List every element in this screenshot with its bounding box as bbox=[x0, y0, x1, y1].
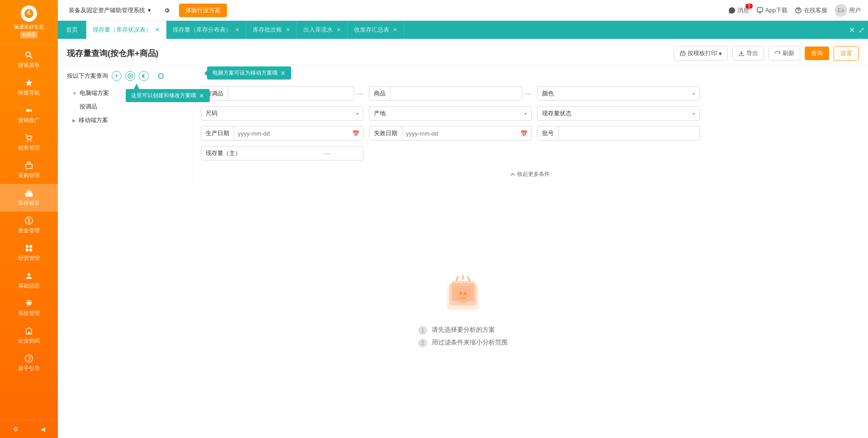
logo-icon bbox=[21, 5, 37, 22]
messages-btn[interactable]: 消息 9 bbox=[728, 6, 749, 14]
svg-point-6 bbox=[30, 140, 32, 141]
goods-field[interactable]: 商品 bbox=[369, 86, 522, 101]
filter-back-btn[interactable] bbox=[139, 71, 149, 81]
scheme-item-mobile[interactable]: ▶ 移动端方案 bbox=[67, 113, 193, 127]
warehouse-more-btn[interactable]: ··· bbox=[357, 89, 363, 99]
goods-input[interactable] bbox=[391, 90, 522, 97]
export-label: 导出 bbox=[746, 49, 758, 57]
size-select[interactable]: 尺码 ▾ bbox=[201, 106, 363, 121]
tab-batch-account[interactable]: 库存批次账 ✕ bbox=[246, 21, 297, 39]
online-support-btn[interactable]: 在线客服 bbox=[795, 6, 827, 14]
tooltip2-close[interactable]: ✕ bbox=[199, 92, 204, 99]
filter-row-3: 生产日期 📅 失效日期 📅 批号 bbox=[201, 126, 859, 141]
tab-inventory-dist[interactable]: 现存量（库存分布表） ✕ bbox=[166, 21, 246, 39]
color-label: 颜色 bbox=[542, 89, 554, 98]
tab-close-in-out-flow[interactable]: ✕ bbox=[336, 27, 341, 33]
tab-close-batch-account[interactable]: ✕ bbox=[286, 27, 290, 33]
sidebar-item-enterprise[interactable]: 企业协同 bbox=[0, 322, 58, 349]
stock-main-max[interactable] bbox=[334, 150, 410, 157]
tab-receive-summary[interactable]: 收发存汇总表 ✕ bbox=[348, 21, 404, 39]
sidebar-item-quick-nav[interactable]: 快捷导航 bbox=[0, 74, 58, 101]
filter-label: 按以下方案查询 bbox=[67, 72, 108, 80]
sidebar: 畅通道好生意 标准版 搜索菜单 快捷导航 营销推广 销售管理 采购管理 bbox=[0, 0, 58, 438]
batch-no-field[interactable]: 批号 bbox=[537, 126, 700, 141]
sidebar-item-label: 新手引导 bbox=[18, 365, 40, 372]
step-num-1: 1 bbox=[418, 326, 427, 335]
warehouse-field[interactable]: 按调品 bbox=[201, 86, 354, 101]
sidebar-item-finance[interactable]: 资金管理 bbox=[0, 212, 58, 239]
tab-receive-summary-label: 收发存汇总表 bbox=[354, 26, 389, 34]
tab-close-receive-summary[interactable]: ✕ bbox=[393, 27, 397, 33]
expire-date-calendar-icon[interactable]: 📅 bbox=[517, 130, 531, 137]
filter-area: 按以下方案查询 + 电脑方案可设为移动方案哦 ✕ 这 bbox=[58, 66, 868, 184]
produce-date-field[interactable]: 生产日期 📅 bbox=[201, 126, 363, 141]
stock-main-label: 现存量（主） bbox=[206, 149, 241, 157]
svg-point-1 bbox=[28, 10, 30, 12]
goods-more-btn[interactable]: ··· bbox=[525, 89, 532, 99]
svg-marker-4 bbox=[25, 79, 33, 86]
sidebar-item-guide[interactable]: 新手引导 bbox=[0, 349, 58, 377]
svg-rect-12 bbox=[26, 245, 28, 248]
sidebar-item-base-info[interactable]: 基础信息 bbox=[0, 267, 58, 294]
sidebar-item-purchase[interactable]: 采购管理 bbox=[0, 156, 58, 184]
export-btn[interactable]: 导出 bbox=[732, 46, 764, 61]
empty-illustration bbox=[436, 272, 490, 317]
svg-rect-13 bbox=[29, 245, 32, 248]
filter-edit-btn[interactable] bbox=[125, 71, 135, 81]
system-selector[interactable]: 装备及固定资产辅助管理系统 ▾ bbox=[65, 5, 155, 16]
svg-point-16 bbox=[28, 273, 30, 276]
color-select[interactable]: 颜色 ▾ bbox=[537, 86, 700, 101]
online-support-label: 在线客服 bbox=[804, 6, 827, 14]
sidebar-item-search-menu[interactable]: 搜索菜单 bbox=[0, 46, 58, 74]
stock-main-min[interactable] bbox=[245, 150, 321, 157]
warehouse-input[interactable] bbox=[228, 90, 354, 97]
tooltip1-close[interactable]: ✕ bbox=[280, 70, 286, 77]
produce-date-input[interactable] bbox=[234, 130, 349, 137]
origin-select[interactable]: 产地 ▾ bbox=[369, 106, 532, 121]
avatar-text: Ea bbox=[838, 7, 844, 14]
query-btn[interactable]: 查询 bbox=[805, 47, 829, 60]
trial-button[interactable]: 体验行业方案 bbox=[179, 4, 227, 17]
tab-fullscreen-btn[interactable]: ⤢ bbox=[859, 26, 864, 34]
filter-row-4: 现存量（主） — bbox=[201, 146, 859, 160]
size-arrow-icon: ▾ bbox=[356, 111, 359, 116]
collapse-btn[interactable]: 收起更多条件 bbox=[201, 166, 859, 183]
filter-header: 按以下方案查询 + 电脑方案可设为移动方案哦 ✕ bbox=[67, 71, 859, 81]
tab-close-inventory-status[interactable]: ✕ bbox=[155, 27, 160, 33]
sidebar-item-sales[interactable]: 销售管理 bbox=[0, 129, 58, 156]
batch-no-input[interactable] bbox=[559, 130, 699, 137]
range-separator: — bbox=[324, 150, 330, 157]
sidebar-item-marketing[interactable]: 营销推广 bbox=[0, 101, 58, 129]
filter-row-2: 尺码 ▾ 产地 ▾ 现存量状态 ▾ bbox=[201, 106, 859, 121]
tab-in-out-flow-label: 出入库流水 bbox=[303, 26, 333, 34]
user-menu[interactable]: Ea 用户 bbox=[835, 4, 861, 17]
print-btn[interactable]: 按模板打印 ▾ bbox=[674, 46, 728, 61]
app-download-btn[interactable]: App下载 bbox=[756, 6, 788, 14]
stock-main-range[interactable]: 现存量（主） — bbox=[201, 146, 363, 160]
settings-bottom-btn[interactable]: ⚙ bbox=[13, 426, 19, 433]
expire-date-field[interactable]: 失效日期 📅 bbox=[369, 126, 532, 141]
filter-add-btn[interactable]: + bbox=[112, 71, 122, 81]
sidebar-item-inventory[interactable]: 库存核算 bbox=[0, 184, 58, 212]
tab-bar: 首页 现存量（库存状况表） ✕ 现存量（库存分布表） ✕ 库存批次账 ✕ 出入库… bbox=[58, 21, 868, 39]
tab-inventory-status[interactable]: 现存量（库存状况表） ✕ bbox=[86, 21, 166, 39]
tab-in-out-flow[interactable]: 出入库流水 ✕ bbox=[297, 21, 348, 39]
tab-home[interactable]: 首页 bbox=[58, 21, 86, 39]
expire-date-input[interactable] bbox=[402, 130, 517, 137]
user-label: 用户 bbox=[849, 6, 861, 14]
empty-step-2: 2 用过滤条件来缩小分析范围 bbox=[418, 339, 508, 348]
tab-close-all-btn[interactable]: ✕ bbox=[849, 26, 855, 34]
settings-gear-btn[interactable] bbox=[160, 4, 174, 17]
produce-date-calendar-icon[interactable]: 📅 bbox=[349, 130, 363, 137]
sidebar-item-operations[interactable]: 经营管理 bbox=[0, 239, 58, 267]
tab-inventory-status-label: 现存量（库存状况表） bbox=[93, 26, 151, 34]
sidebar-item-system[interactable]: 系统管理 bbox=[0, 294, 58, 322]
settings-page-btn[interactable]: 设置 bbox=[834, 46, 859, 61]
refresh-btn[interactable]: 刷新 bbox=[769, 46, 800, 61]
collapse-sidebar-btn[interactable]: ◀ bbox=[41, 426, 45, 433]
sidebar-item-label: 销售管理 bbox=[18, 144, 40, 152]
svg-point-5 bbox=[27, 140, 28, 141]
stock-status-select[interactable]: 现存量状态 ▾ bbox=[537, 106, 700, 121]
avatar: Ea bbox=[835, 4, 847, 17]
tab-close-inventory-dist[interactable]: ✕ bbox=[235, 27, 240, 33]
